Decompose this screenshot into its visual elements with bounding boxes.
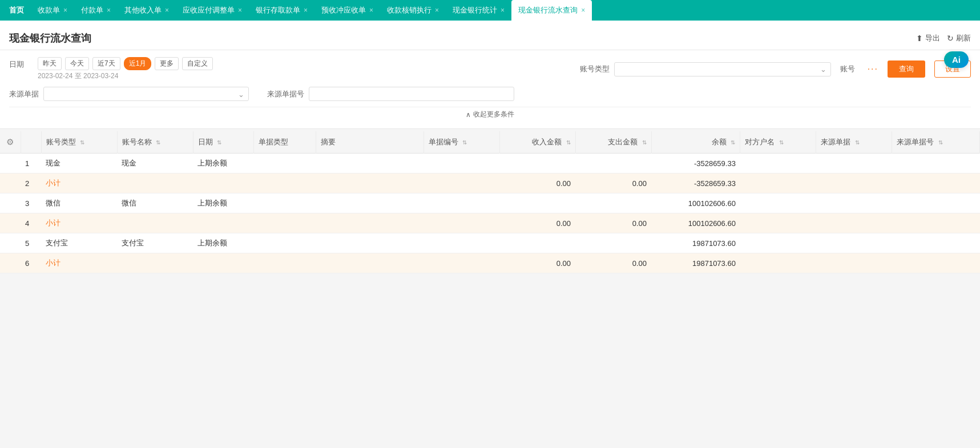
th-summary: 摘要 [316, 131, 424, 154]
td-source-doc [816, 154, 892, 173]
td-source-doc [816, 233, 892, 253]
nav-cash-flow[interactable]: 现金银行流水查询 × [511, 0, 592, 21]
td-source-doc [816, 193, 892, 213]
nav-payment[interactable]: 付款单 × [74, 0, 118, 21]
td-source-doc [816, 173, 892, 193]
sort-icon: ⇅ [855, 139, 860, 146]
source-doc-no-input[interactable] [309, 87, 514, 101]
td-income [499, 154, 575, 173]
td-gear [0, 173, 21, 193]
nav-receipt[interactable]: 收款单 × [31, 0, 74, 21]
nav-bank-deposit[interactable]: 银行存取款单 × [249, 0, 314, 21]
td-counterpart [740, 193, 816, 213]
nav-verify[interactable]: 收款核销执行 × [380, 0, 446, 21]
nav-home[interactable]: 首页 [2, 0, 31, 21]
th-gear[interactable]: ⚙ [0, 131, 21, 154]
td-counterpart [740, 213, 816, 233]
close-icon[interactable]: × [435, 6, 439, 14]
td-doc-no [424, 233, 499, 253]
td-source-doc [816, 253, 892, 273]
ai-badge[interactable]: Ai [944, 51, 969, 68]
date-btn-yesterday[interactable]: 昨天 [38, 57, 62, 70]
td-expense [575, 233, 651, 253]
td-gear [0, 253, 21, 273]
sort-icon: ⇅ [779, 139, 784, 146]
sort-icon: ⇅ [156, 139, 160, 146]
td-account-name [117, 213, 193, 233]
nav-other-income[interactable]: 其他收入单 × [118, 0, 176, 21]
close-icon[interactable]: × [581, 6, 585, 14]
source-doc-select-wrapper [43, 87, 249, 101]
collapse-button[interactable]: ∧ 收起更多条件 [9, 107, 971, 122]
td-expense [575, 154, 651, 173]
td-balance: 19871073.60 [651, 233, 740, 253]
gear-icon: ⚙ [6, 137, 14, 147]
td-balance: 100102606.60 [651, 213, 740, 233]
close-icon[interactable]: × [238, 6, 242, 14]
date-btn-today[interactable]: 今天 [65, 57, 89, 70]
refresh-icon: ↻ [947, 34, 954, 43]
th-account-type[interactable]: 账号类型 ⇅ [41, 131, 117, 154]
query-button[interactable]: 查询 [888, 60, 925, 78]
th-account-name[interactable]: 账号名称 ⇅ [117, 131, 193, 154]
refresh-button[interactable]: ↻ 刷新 [947, 33, 971, 43]
td-date: 上期余额 [193, 233, 254, 253]
filter-row-1: 日期 昨天 今天 近7天 近1月 更多 自定义 2023-02-24 至 202… [9, 57, 971, 81]
nav-cash-stat[interactable]: 现金银行统计 × [446, 0, 511, 21]
td-date: 上期余额 [193, 193, 254, 213]
top-navigation: 首页 收款单 × 付款单 × 其他收入单 × 应收应付调整单 × 银行存取款单 … [0, 0, 980, 21]
table-header: ⚙ 账号类型 ⇅ 账号名称 ⇅ 日期 ⇅ 单据类型 摘要 单据编号 ⇅ 收入金额… [0, 131, 980, 154]
td-balance: -3528659.33 [651, 154, 740, 173]
date-btn-7days[interactable]: 近7天 [92, 57, 120, 70]
td-balance: -3528659.33 [651, 173, 740, 193]
th-source-doc[interactable]: 来源单据 ⇅ [816, 131, 892, 154]
th-date[interactable]: 日期 ⇅ [193, 131, 254, 154]
close-icon[interactable]: × [501, 6, 505, 14]
date-btn-1month[interactable]: 近1月 [124, 57, 152, 70]
account-ellipsis-button[interactable]: ··· [868, 64, 878, 74]
td-counterpart [740, 253, 816, 273]
td-summary [316, 213, 424, 233]
td-gear [0, 233, 21, 253]
date-btn-more[interactable]: 更多 [155, 57, 179, 70]
nav-adjust[interactable]: 应收应付调整单 × [176, 0, 249, 21]
td-source-doc-no [892, 233, 980, 253]
sort-icon: ⇅ [217, 139, 221, 146]
sort-icon: ⇅ [642, 139, 647, 146]
td-account-name: 支付宝 [117, 233, 193, 253]
account-type-select[interactable] [614, 62, 831, 76]
nav-advance[interactable]: 预收冲应收单 × [314, 0, 380, 21]
source-doc-select[interactable] [43, 87, 249, 101]
date-filter-group: 昨天 今天 近7天 近1月 更多 自定义 2023-02-24 至 2023-0… [38, 57, 213, 81]
th-income[interactable]: 收入金额 ⇅ [499, 131, 575, 154]
td-doc-type [254, 213, 316, 233]
td-date [193, 253, 254, 273]
export-button[interactable]: ⬆ 导出 [916, 33, 940, 43]
td-source-doc-no [892, 173, 980, 193]
sort-icon: ⇅ [80, 139, 84, 146]
td-gear [0, 193, 21, 213]
td-income: 0.00 [499, 173, 575, 193]
td-index: 5 [21, 233, 41, 253]
page-title: 现金银行流水查询 [9, 31, 91, 45]
close-icon[interactable]: × [63, 6, 67, 14]
date-btn-custom[interactable]: 自定义 [182, 57, 213, 70]
table-body: 1现金现金上期余额-3528659.332小计0.000.00-3528659.… [0, 154, 980, 273]
sort-icon: ⇅ [462, 139, 467, 146]
close-icon[interactable]: × [165, 6, 169, 14]
td-source-doc-no [892, 253, 980, 273]
th-doc-no[interactable]: 单据编号 ⇅ [424, 131, 499, 154]
th-counterpart[interactable]: 对方户名 ⇅ [740, 131, 816, 154]
td-doc-no [424, 193, 499, 213]
th-expense[interactable]: 支出金额 ⇅ [575, 131, 651, 154]
close-icon[interactable]: × [369, 6, 373, 14]
close-icon[interactable]: × [107, 6, 111, 14]
td-summary [316, 154, 424, 173]
td-expense [575, 193, 651, 213]
close-icon[interactable]: × [304, 6, 308, 14]
th-balance[interactable]: 余额 ⇅ [651, 131, 740, 154]
table-row: 2小计0.000.00-3528659.33 [0, 173, 980, 193]
td-date: 上期余额 [193, 154, 254, 173]
td-index: 4 [21, 213, 41, 233]
th-source-doc-no[interactable]: 来源单据号 ⇅ [892, 131, 980, 154]
